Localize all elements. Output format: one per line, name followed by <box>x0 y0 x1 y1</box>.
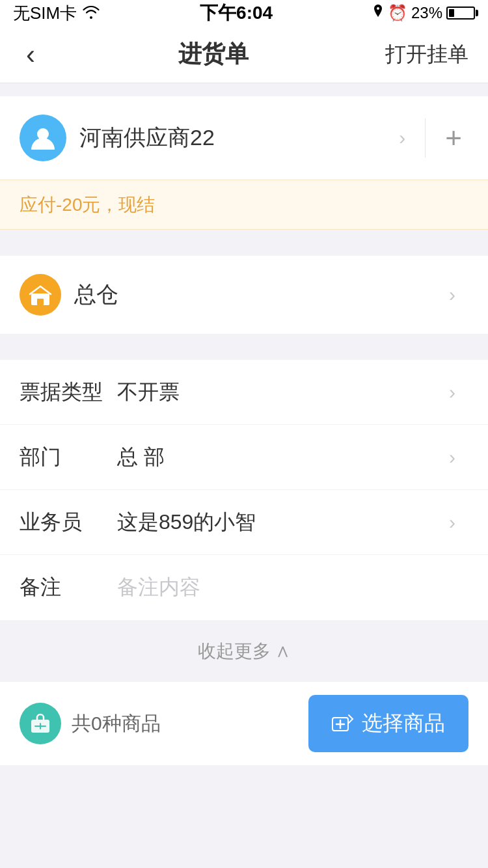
back-button[interactable]: ‹ <box>20 33 42 77</box>
shopping-bag-icon <box>29 712 52 735</box>
time-label: 下午6:04 <box>200 1 273 25</box>
supplier-avatar <box>20 115 66 161</box>
remarks-label: 备注 <box>20 573 111 602</box>
page-title: 进货单 <box>178 38 249 70</box>
warning-banner: 应付-20元，现结 <box>0 180 488 230</box>
form-section: 票据类型 不开票 › 部门 总 部 › 业务员 这是859的小智 › 备注 备注… <box>0 360 488 620</box>
salesperson-value: 这是859的小智 <box>111 508 449 537</box>
warehouse-row[interactable]: 总仓 › <box>20 256 468 334</box>
add-supplier-button[interactable]: + <box>432 115 468 161</box>
status-left: 无SIM卡 <box>13 2 100 25</box>
supplier-name: 河南供应商22 <box>79 123 399 153</box>
supplier-chevron-icon: › <box>399 127 405 149</box>
select-product-button[interactable]: 选择商品 <box>308 695 468 752</box>
supplier-row[interactable]: 河南供应商22 › <box>20 96 418 180</box>
battery-icon <box>446 7 475 20</box>
department-value: 总 部 <box>111 443 449 472</box>
invoice-type-label: 票据类型 <box>20 378 111 407</box>
invoice-type-chevron-icon: › <box>449 381 455 403</box>
warning-text: 应付-20元，现结 <box>20 195 155 215</box>
remarks-placeholder[interactable]: 备注内容 <box>111 573 468 602</box>
alarm-icon: ⏰ <box>388 4 407 22</box>
section-gap-3 <box>0 334 488 347</box>
person-icon <box>29 124 57 152</box>
remarks-row[interactable]: 备注 备注内容 <box>0 555 488 620</box>
product-icon-circle <box>20 703 61 744</box>
status-right: ⏰ 23% <box>372 4 475 22</box>
warehouse-chevron-icon: › <box>449 284 455 306</box>
select-product-icon <box>332 714 354 733</box>
nav-bar: ‹ 进货单 打开挂单 <box>0 26 488 83</box>
collapse-more[interactable]: 收起更多 ∧ <box>0 620 488 682</box>
location-icon <box>372 4 384 22</box>
section-gap-2 <box>0 230 488 243</box>
invoice-type-row[interactable]: 票据类型 不开票 › <box>0 360 488 425</box>
department-chevron-icon: › <box>449 446 455 468</box>
warehouse-icon <box>29 283 52 306</box>
svg-rect-3 <box>37 299 44 305</box>
salesperson-chevron-icon: › <box>449 511 455 534</box>
supplier-section: 河南供应商22 › + <box>0 96 488 180</box>
product-info: 共0种商品 <box>20 703 308 744</box>
department-label: 部门 <box>20 443 111 472</box>
bottom-bar: 共0种商品 选择商品 <box>0 682 488 765</box>
department-row[interactable]: 部门 总 部 › <box>0 425 488 490</box>
open-pending-button[interactable]: 打开挂单 <box>385 40 468 69</box>
product-count-label: 共0种商品 <box>72 711 161 737</box>
select-product-label: 选择商品 <box>362 709 445 738</box>
collapse-text[interactable]: 收起更多 ∧ <box>198 641 291 661</box>
warehouse-icon-circle <box>20 274 61 316</box>
section-gap-1 <box>0 83 488 96</box>
carrier-label: 无SIM卡 <box>13 2 77 25</box>
invoice-type-value: 不开票 <box>111 378 449 407</box>
page-body <box>0 765 488 868</box>
status-bar: 无SIM卡 下午6:04 ⏰ 23% <box>0 0 488 26</box>
salesperson-row[interactable]: 业务员 这是859的小智 › <box>0 490 488 555</box>
warehouse-label: 总仓 <box>74 280 449 310</box>
wifi-icon <box>82 3 100 23</box>
warehouse-section[interactable]: 总仓 › <box>0 256 488 334</box>
battery-percent: 23% <box>411 4 442 22</box>
svg-point-0 <box>377 7 379 10</box>
salesperson-label: 业务员 <box>20 508 111 537</box>
divider <box>425 118 426 157</box>
